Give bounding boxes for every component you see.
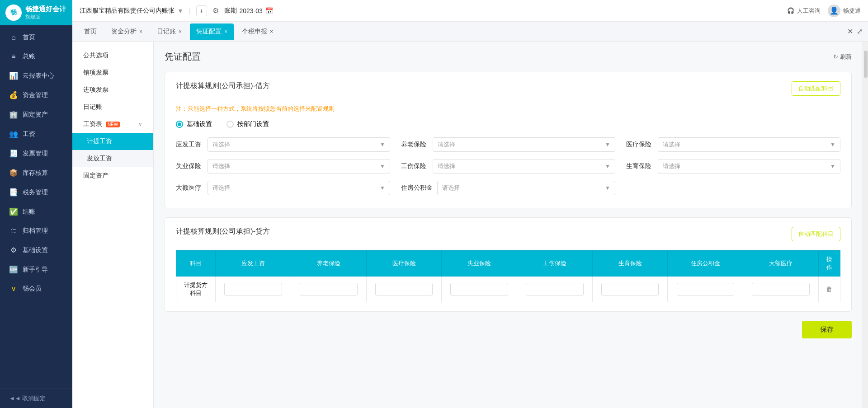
- tab-home[interactable]: 首页: [78, 23, 103, 40]
- sidebar-item-settle[interactable]: ✅ 结账: [0, 202, 72, 221]
- service-button[interactable]: 🎧 人工咨询: [787, 7, 821, 15]
- tab-tax-report[interactable]: 个税申报 ×: [236, 23, 279, 40]
- select-pension[interactable]: 请选择 ▼: [433, 137, 615, 152]
- radio-dept[interactable]: 按部门设置: [226, 120, 269, 128]
- refresh-button[interactable]: ↻ 刷新: [833, 53, 852, 61]
- sidebar-item-ledger[interactable]: ≡ 总账: [0, 47, 72, 66]
- tab-funds[interactable]: 资金分析 ×: [105, 23, 149, 40]
- field-medical: 医疗保险 请选择 ▼: [626, 137, 840, 152]
- debit-note: 注：只能选择一种方式，系统将按照您当前的选择来配置规则: [176, 105, 840, 113]
- nav-pay-salary[interactable]: 发放工资: [72, 150, 153, 167]
- debit-auto-match-button[interactable]: 自动匹配科目: [792, 81, 840, 96]
- credit-table: 科目 应发工资 养老保险 医疗保险 失业保险 工伤保险 生育保险 住房公积金 大…: [176, 250, 840, 302]
- input-housing-fund[interactable]: [677, 283, 735, 295]
- company-selector[interactable]: 江西服宝精品有限责任公司内账张 ▼: [80, 7, 184, 15]
- nav-salary-table-group[interactable]: 工资表 NEW ∨: [72, 116, 153, 133]
- delete-row-button[interactable]: 🗑: [826, 286, 832, 293]
- select-maternity[interactable]: 请选择 ▼: [658, 159, 840, 174]
- sidebar-item-settings[interactable]: ⚙ 基础设置: [0, 240, 72, 260]
- sidebar-item-vip[interactable]: V 畅会员: [0, 279, 72, 298]
- tab-journal-close-icon[interactable]: ×: [179, 28, 182, 35]
- sidebar-item-tax[interactable]: 📑 税务管理: [0, 183, 72, 202]
- select-work-injury[interactable]: 请选择 ▼: [433, 159, 615, 174]
- settings-gear-icon[interactable]: ⚙: [212, 6, 219, 15]
- topbar-right: 🎧 人工咨询 👤 畅捷通: [787, 5, 861, 17]
- select-work-injury-value: 请选择: [438, 162, 455, 170]
- settings-icon: ⚙: [9, 246, 18, 254]
- add-account-button[interactable]: +: [196, 5, 207, 16]
- input-pension[interactable]: [300, 283, 358, 295]
- sidebar-item-inventory[interactable]: 📦 库存核算: [0, 163, 72, 183]
- sidebar-item-invoice[interactable]: 🧾 发票管理: [0, 144, 72, 163]
- select-housing-fund[interactable]: 请选择 ▼: [437, 181, 615, 195]
- calendar-icon[interactable]: 📅: [265, 7, 273, 14]
- nav-calculate-salary[interactable]: 计提工资: [72, 133, 153, 150]
- assets-icon: 🏢: [9, 110, 18, 119]
- nav-journal[interactable]: 日记账: [72, 98, 153, 116]
- select-unemployment[interactable]: 请选择 ▼: [208, 159, 390, 174]
- cell-housing-fund: [668, 277, 743, 302]
- credit-auto-match-button[interactable]: 自动匹配科目: [792, 227, 840, 241]
- input-work-injury[interactable]: [526, 283, 584, 295]
- sidebar-label-guide: 新手引导: [23, 266, 48, 274]
- tab-funds-close-icon[interactable]: ×: [139, 28, 142, 35]
- label-unemployment: 失业保险: [176, 162, 203, 170]
- sidebar-label-tax: 税务管理: [23, 188, 48, 197]
- tab-voucher-close-icon[interactable]: ×: [224, 28, 227, 35]
- input-maternity[interactable]: [601, 283, 659, 295]
- select-housing-fund-arrow: ▼: [605, 185, 610, 191]
- radio-basic[interactable]: 基础设置: [176, 120, 212, 128]
- th-subject: 科目: [176, 251, 216, 277]
- th-pension: 养老保险: [291, 251, 367, 277]
- field-unemployment: 失业保险 请选择 ▼: [176, 159, 390, 174]
- radio-dept-label: 按部门设置: [237, 120, 269, 128]
- tax-icon: 📑: [9, 188, 18, 197]
- tab-tax-close-icon[interactable]: ×: [270, 28, 273, 35]
- nav-public[interactable]: 公共选项: [72, 47, 153, 64]
- sidebar: 畅 畅捷通好会计 旗舰版 ⌂ 首页 ≡ 总账 📊 云报表中心 💰 资金管理 🏢 …: [0, 0, 72, 408]
- scrollbar-thumb[interactable]: [864, 51, 868, 78]
- th-work-injury: 工伤保险: [517, 251, 593, 277]
- save-button[interactable]: 保存: [802, 321, 852, 338]
- radio-basic-label: 基础设置: [187, 120, 212, 128]
- nav-sales-invoice[interactable]: 销项发票: [72, 64, 153, 81]
- tab-journal[interactable]: 日记账 ×: [151, 23, 188, 40]
- field-maternity: 生育保险 请选择 ▼: [626, 159, 840, 174]
- new-badge: NEW: [106, 122, 120, 127]
- sidebar-item-assets[interactable]: 🏢 固定资产: [0, 105, 72, 124]
- sidebar-item-guide[interactable]: 🆕 新手引导: [0, 260, 72, 279]
- company-dropdown-icon: ▼: [177, 7, 184, 14]
- sidebar-item-home[interactable]: ⌂ 首页: [0, 28, 72, 47]
- cell-unemployment: [442, 277, 517, 302]
- nav-purchase-invoice[interactable]: 进项发票: [72, 81, 153, 98]
- tab-journal-label: 日记账: [157, 28, 176, 36]
- th-action: 操作: [818, 251, 840, 277]
- select-work-injury-arrow: ▼: [605, 163, 610, 169]
- maximize-button[interactable]: ⤢: [857, 27, 863, 36]
- input-medical[interactable]: [375, 283, 433, 295]
- sidebar-label-vip: 畅会员: [23, 285, 42, 293]
- sidebar-item-funds[interactable]: 💰 资金管理: [0, 85, 72, 105]
- select-large-medical[interactable]: 请选择 ▼: [208, 181, 390, 195]
- debit-header-row: 计提核算规则(公司承担)-借方 自动匹配科目: [176, 81, 840, 103]
- nav-fixed-assets[interactable]: 固定资产: [72, 167, 153, 184]
- sidebar-item-reports[interactable]: 📊 云报表中心: [0, 66, 72, 85]
- cell-action: 🗑: [818, 277, 840, 302]
- input-large-medical[interactable]: [752, 283, 810, 295]
- select-large-medical-arrow: ▼: [380, 185, 385, 191]
- unpin-button[interactable]: ◄◄ 取消固定: [0, 389, 72, 408]
- input-payable-salary[interactable]: [224, 283, 282, 295]
- select-payable-salary[interactable]: 请选择 ▼: [208, 137, 390, 152]
- user-button[interactable]: 👤 畅捷通: [828, 5, 861, 17]
- sidebar-item-archive[interactable]: 🗂 归档管理: [0, 221, 72, 240]
- sidebar-item-salary[interactable]: 👥 工资: [0, 124, 72, 144]
- tab-voucher-config[interactable]: 凭证配置 ×: [190, 23, 234, 40]
- archive-icon: 🗂: [9, 227, 18, 235]
- select-medical[interactable]: 请选择 ▼: [658, 137, 840, 152]
- page-header: 凭证配置 ↻ 刷新: [165, 51, 852, 63]
- sidebar-label-settings: 基础设置: [23, 246, 48, 254]
- input-unemployment[interactable]: [450, 283, 508, 295]
- field-payable-salary: 应发工资 请选择 ▼: [176, 137, 390, 152]
- scrollbar[interactable]: [863, 42, 868, 408]
- close-all-button[interactable]: ✕: [847, 27, 853, 36]
